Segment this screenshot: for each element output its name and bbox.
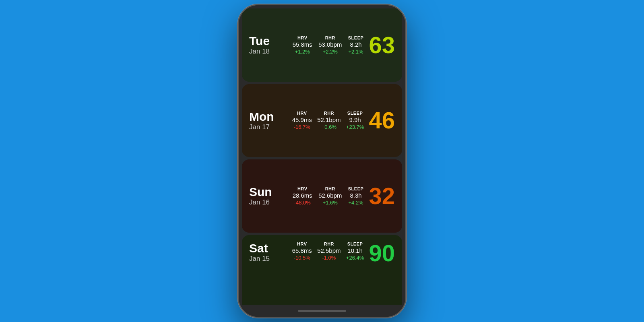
day-card-mon[interactable]: Mon Jan 17 HRV 45.9ms -16.7% RHR 52.1bpm…: [242, 84, 402, 157]
day-name-mon: Mon: [249, 110, 289, 123]
hrv-metric-sun: HRV 28.6ms -48.0%: [293, 186, 312, 206]
score-section-mon: 46: [367, 109, 395, 132]
day-name-sun: Sun: [249, 185, 289, 198]
home-indicator: [298, 310, 346, 312]
score-section-sun: 32: [367, 184, 395, 208]
rhr-value-mon: 52.1bpm: [317, 116, 341, 123]
rhr-value-sun: 52.6bpm: [318, 192, 342, 199]
day-name-tue: Tue: [249, 34, 289, 47]
score-sat: 90: [369, 242, 395, 265]
metrics-sat: HRV 65.8ms -10.5% RHR 52.5bpm -1.0% SLEE…: [289, 242, 367, 261]
hrv-metric-mon: HRV 45.9ms -16.7%: [292, 111, 312, 130]
score-section-sat: 90: [367, 242, 395, 265]
date-section-sun: Sun Jan 16: [249, 185, 289, 206]
rhr-metric-tue: RHR 53.0bpm +2.2%: [318, 35, 342, 55]
rhr-value-sat: 52.5bpm: [317, 247, 341, 254]
day-name-sat: Sat: [249, 242, 289, 255]
metrics-tue: HRV 55.8ms +1.2% RHR 53.0bpm +2.2% SLEEP…: [289, 35, 367, 55]
hrv-value-sat: 65.8ms: [292, 247, 312, 254]
hrv-value-sun: 28.6ms: [293, 192, 312, 199]
hrv-label-sat: HRV: [297, 242, 307, 246]
day-date-tue: Jan 18: [249, 47, 289, 56]
hrv-label-mon: HRV: [297, 111, 307, 116]
sleep-label-tue: SLEEP: [348, 35, 364, 40]
day-date-mon: Jan 17: [249, 123, 289, 131]
sleep-value-mon: 9.9h: [349, 116, 361, 123]
metrics-mon: HRV 45.9ms -16.7% RHR 52.1bpm +0.6% SLEE…: [289, 111, 367, 130]
day-card-tue[interactable]: Tue Jan 18 HRV 55.8ms +1.2% RHR 53.0bpm …: [242, 8, 402, 82]
phone-frame: Tue Jan 18 HRV 55.8ms +1.2% RHR 53.0bpm …: [237, 4, 407, 318]
rhr-label-tue: RHR: [325, 35, 335, 40]
score-sun: 32: [369, 184, 395, 208]
rhr-label-sat: RHR: [324, 242, 334, 246]
rhr-metric-mon: RHR 52.1bpm +0.6%: [317, 111, 341, 130]
date-section-sat: Sat Jan 15: [249, 242, 289, 263]
day-card-sat[interactable]: Sat Jan 15 HRV 65.8ms -10.5% RHR 52.5bpm…: [242, 235, 402, 305]
hrv-change-tue: +1.2%: [295, 49, 310, 55]
score-mon: 46: [369, 109, 395, 132]
hrv-metric-tue: HRV 55.8ms +1.2%: [293, 35, 312, 55]
hrv-label-sun: HRV: [297, 186, 308, 191]
rhr-label-sun: RHR: [325, 186, 335, 191]
sleep-metric-tue: SLEEP 8.2h +2.1%: [348, 35, 364, 55]
sleep-change-tue: +2.1%: [348, 49, 363, 55]
sleep-value-tue: 8.2h: [350, 41, 361, 48]
sleep-metric-sun: SLEEP 8.3h +4.2%: [348, 186, 364, 206]
score-tue: 63: [369, 33, 395, 57]
rhr-value-tue: 53.0bpm: [318, 41, 342, 48]
hrv-change-sun: -48.0%: [294, 200, 311, 206]
rhr-change-mon: +0.6%: [322, 124, 336, 130]
hrv-change-mon: -16.7%: [294, 124, 310, 130]
sleep-metric-mon: SLEEP 9.9h +23.7%: [346, 111, 364, 130]
rhr-metric-sun: RHR 52.6bpm +1.6%: [318, 186, 342, 206]
sleep-change-sat: +26.4%: [346, 255, 364, 261]
sleep-change-mon: +23.7%: [346, 124, 364, 130]
hrv-label-tue: HRV: [297, 35, 308, 40]
rhr-change-sun: +1.6%: [323, 200, 338, 206]
metrics-sun: HRV 28.6ms -48.0% RHR 52.6bpm +1.6% SLEE…: [289, 186, 367, 206]
sleep-change-sun: +4.2%: [348, 200, 363, 206]
sleep-metric-sat: SLEEP 10.1h +26.4%: [346, 242, 364, 261]
hrv-change-sat: -10.5%: [294, 255, 310, 261]
rhr-metric-sat: RHR 52.5bpm -1.0%: [317, 242, 341, 261]
date-section-mon: Mon Jan 17: [249, 110, 289, 131]
hrv-value-tue: 55.8ms: [293, 41, 312, 48]
sleep-label-sat: SLEEP: [347, 242, 363, 246]
sleep-value-sat: 10.1h: [347, 247, 363, 254]
day-date-sun: Jan 16: [249, 198, 289, 206]
rhr-label-mon: RHR: [324, 111, 334, 116]
day-date-sat: Jan 15: [249, 255, 289, 263]
rhr-change-sat: -1.0%: [322, 255, 336, 261]
date-section-tue: Tue Jan 18: [249, 34, 289, 56]
sleep-value-sun: 8.3h: [350, 192, 361, 199]
phone-bottom: [239, 305, 405, 317]
sleep-label-sun: SLEEP: [348, 186, 364, 191]
score-section-tue: 63: [367, 33, 395, 57]
sleep-label-mon: SLEEP: [347, 111, 363, 116]
rhr-change-tue: +2.2%: [323, 49, 338, 55]
day-card-sun[interactable]: Sun Jan 16 HRV 28.6ms -48.0% RHR 52.6bpm…: [242, 159, 402, 233]
hrv-metric-sat: HRV 65.8ms -10.5%: [292, 242, 312, 261]
hrv-value-mon: 45.9ms: [292, 116, 312, 123]
app-content: Tue Jan 18 HRV 55.8ms +1.2% RHR 53.0bpm …: [239, 5, 405, 305]
